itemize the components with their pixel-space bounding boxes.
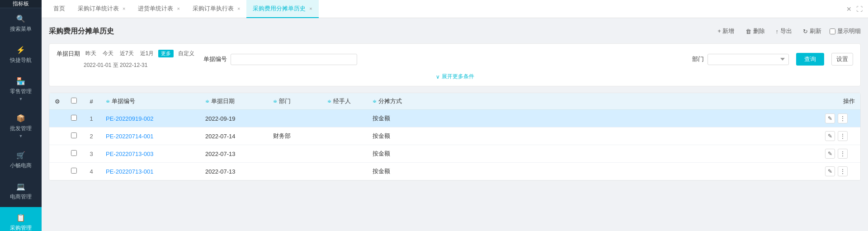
doc-no-filter: 单据编号 bbox=[203, 54, 685, 65]
tab-bar: 首页 采购订单统计表 × 进货单统计表 × 采购订单执行表 × 采购费用分摊单历… bbox=[42, 0, 868, 18]
sidebar-item-label: 搜索菜单 bbox=[10, 25, 32, 33]
row-checkbox-cell bbox=[66, 145, 82, 163]
date-option-yesterday[interactable]: 昨天 bbox=[84, 49, 98, 58]
date-label: 单据日期 bbox=[57, 50, 80, 58]
row-doc-no: PE-20220713-001 bbox=[100, 163, 200, 180]
sidebar: 指标板 🔍 搜索菜单 ⚡ 快捷导航 🏪 零售管理 ▼ 📦 批发管理 ▼ 🛒 小畅… bbox=[0, 0, 42, 231]
sidebar-item-label: 小畅电商 bbox=[10, 162, 32, 170]
row-settings-cell bbox=[49, 110, 66, 127]
date-option-custom[interactable]: 自定义 bbox=[176, 49, 196, 58]
filter-row: 单据日期 昨天 今天 近7天 近1月 更多 自定义 2022-01-01 至 2… bbox=[57, 49, 853, 69]
sidebar-item-ecom[interactable]: 💻 电商管理 bbox=[0, 176, 42, 207]
close-window-icon[interactable]: ✕ bbox=[846, 5, 852, 13]
page-header: 采购费用分摊单历史 + 新增 🗑 🗑 删除 删除 ↑ 导出 ↻ 刷新 bbox=[49, 25, 861, 37]
date-range: 2022-01-01 至 2022-12-31 bbox=[84, 61, 196, 69]
sidebar-item-purchase[interactable]: 📋 采购管理 bbox=[0, 207, 42, 231]
col-dept[interactable]: ≑ 部门 bbox=[268, 93, 322, 110]
doc-no-link[interactable]: PE-20220713-003 bbox=[106, 151, 154, 157]
sidebar-item-label: 快捷导航 bbox=[10, 57, 32, 64]
col-num: # bbox=[82, 93, 100, 110]
refresh-button[interactable]: ↻ 刷新 bbox=[800, 25, 824, 37]
sidebar-item-quick-nav[interactable]: ⚡ 快捷导航 bbox=[0, 39, 42, 71]
tab-close-icon[interactable]: × bbox=[123, 6, 125, 11]
sort-icon: ≑ bbox=[273, 99, 277, 104]
tab-purchase-cost-split[interactable]: 采购费用分摊单历史 × bbox=[246, 0, 318, 18]
col-split-method[interactable]: ≑ 分摊方式 bbox=[367, 93, 820, 110]
row-action: ✎ ⋮ bbox=[820, 163, 860, 180]
more-icon[interactable]: ⋮ bbox=[838, 131, 848, 141]
row-settings-cell bbox=[49, 127, 66, 145]
doc-no-link[interactable]: PE-20220919-002 bbox=[106, 115, 154, 122]
doc-no-link[interactable]: PE-20220714-001 bbox=[106, 133, 154, 140]
more-icon[interactable]: ⋮ bbox=[838, 166, 848, 176]
dept-filter: 部门 bbox=[692, 54, 789, 65]
tab-close-icon[interactable]: × bbox=[237, 6, 240, 11]
sidebar-item-retail[interactable]: 🏪 零售管理 ▼ bbox=[0, 71, 42, 108]
sort-icon: ≑ bbox=[327, 99, 331, 104]
row-action: ✎ ⋮ bbox=[820, 127, 860, 145]
expand-more-button[interactable]: ∨ 展开更多条件 bbox=[57, 73, 853, 80]
row-doc-no: PE-20220713-003 bbox=[100, 145, 200, 163]
edit-icon[interactable]: ✎ bbox=[825, 149, 835, 159]
query-button[interactable]: 查询 bbox=[796, 53, 824, 66]
refresh-icon: ↻ bbox=[803, 28, 808, 35]
row-handler bbox=[322, 127, 367, 145]
doc-no-label: 单据编号 bbox=[203, 55, 227, 63]
export-button[interactable]: ↑ 导出 bbox=[773, 25, 795, 37]
export-icon: ↑ bbox=[776, 28, 779, 35]
tab-label: 采购订单执行表 bbox=[193, 5, 234, 13]
doc-no-input[interactable] bbox=[231, 54, 357, 65]
row-checkbox-cell bbox=[66, 127, 82, 145]
tab-close-icon[interactable]: × bbox=[177, 6, 179, 11]
date-option-1month[interactable]: 近1月 bbox=[138, 49, 156, 58]
edit-icon[interactable]: ✎ bbox=[825, 113, 835, 123]
tab-home[interactable]: 首页 bbox=[47, 0, 71, 18]
col-doc-date[interactable]: ≑ 单据日期 bbox=[200, 93, 268, 110]
row-settings-cell bbox=[49, 163, 66, 180]
sidebar-item-wholesale[interactable]: 📦 批发管理 ▼ bbox=[0, 108, 42, 145]
delete-button[interactable]: 🗑 🗑 删除 删除 bbox=[743, 25, 768, 37]
col-doc-no[interactable]: ≑ 单据编号 bbox=[100, 93, 200, 110]
tab-purchase-order-stats[interactable]: 采购订单统计表 × bbox=[71, 0, 132, 18]
edit-icon[interactable]: ✎ bbox=[825, 131, 835, 141]
sidebar-item-mini-shop[interactable]: 🛒 小畅电商 bbox=[0, 145, 42, 176]
chevron-down-icon: ▼ bbox=[19, 134, 23, 138]
setting-button[interactable]: 设置 bbox=[831, 53, 853, 66]
col-settings[interactable]: ⚙ bbox=[49, 93, 66, 110]
select-all-checkbox[interactable] bbox=[71, 98, 77, 104]
doc-no-link[interactable]: PE-20220713-001 bbox=[106, 168, 154, 175]
row-doc-date: 2022-07-13 bbox=[200, 163, 268, 180]
more-icon[interactable]: ⋮ bbox=[838, 113, 848, 123]
tab-close-icon[interactable]: × bbox=[309, 6, 312, 11]
date-option-7days[interactable]: 近7天 bbox=[118, 49, 136, 58]
edit-icon[interactable]: ✎ bbox=[825, 166, 835, 176]
sort-icon: ≑ bbox=[106, 99, 110, 104]
date-option-more[interactable]: 更多 bbox=[158, 50, 174, 57]
tab-controls: ✕ ⛶ bbox=[846, 5, 863, 13]
dept-select[interactable] bbox=[708, 54, 789, 65]
row-num: 4 bbox=[82, 163, 100, 180]
tab-inbound-stats[interactable]: 进货单统计表 × bbox=[132, 0, 186, 18]
date-option-today[interactable]: 今天 bbox=[101, 49, 115, 58]
sidebar-item-search[interactable]: 🔍 搜索菜单 bbox=[0, 8, 42, 39]
row-handler bbox=[322, 145, 367, 163]
row-checkbox[interactable] bbox=[71, 150, 77, 156]
sort-icon: ≑ bbox=[205, 99, 209, 104]
tab-purchase-order-exec[interactable]: 采购订单执行表 × bbox=[186, 0, 246, 18]
date-options: 昨天 今天 近7天 近1月 更多 自定义 bbox=[84, 49, 196, 58]
tab-label: 进货单统计表 bbox=[138, 5, 173, 13]
lightning-icon: ⚡ bbox=[16, 46, 25, 54]
show-detail-check[interactable] bbox=[830, 28, 835, 34]
row-checkbox[interactable] bbox=[71, 132, 77, 138]
col-handler[interactable]: ≑ 经手人 bbox=[322, 93, 367, 110]
search-icon: 🔍 bbox=[16, 14, 25, 23]
row-checkbox[interactable] bbox=[71, 115, 77, 121]
row-checkbox[interactable] bbox=[71, 168, 77, 174]
show-detail-checkbox[interactable]: 显示明细 bbox=[830, 27, 861, 35]
add-button[interactable]: + 新增 bbox=[715, 25, 737, 37]
more-icon[interactable]: ⋮ bbox=[838, 149, 848, 159]
toolbar: + 新增 🗑 🗑 删除 删除 ↑ 导出 ↻ 刷新 显示明细 bbox=[715, 25, 861, 37]
fullscreen-icon[interactable]: ⛶ bbox=[856, 5, 863, 13]
clipboard-icon: 📋 bbox=[16, 213, 25, 222]
data-table: ⚙ # ≑ 单据编号 ≑ bbox=[49, 93, 861, 181]
